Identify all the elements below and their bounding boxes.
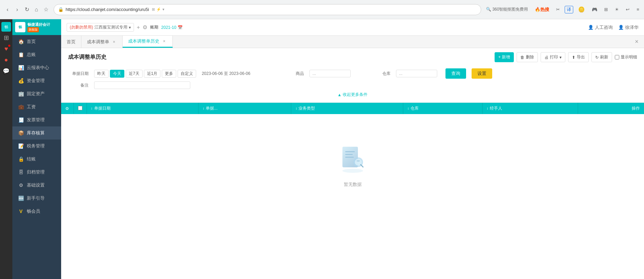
display-detail-checkbox[interactable]: 显示明细	[615, 54, 637, 60]
sidebar-item-inventory[interactable]: 📦 库存核算	[12, 126, 61, 140]
forward-button[interactable]: ›	[12, 5, 22, 14]
product-filter-label: 商品	[283, 71, 304, 77]
grid-btn[interactable]: ⊞	[602, 6, 610, 13]
th-checkbox[interactable]	[74, 103, 87, 114]
th-date[interactable]: ↕ 单据日期	[87, 103, 199, 114]
export-btn[interactable]: ⬆ 导出	[568, 52, 589, 62]
invoice-icon: 🧾	[18, 117, 24, 123]
svg-point-0	[342, 169, 363, 173]
collapse-label: 收起更多条件	[343, 92, 368, 98]
sidebar-logo[interactable]: 畅 畅捷通好会计 旗舰版	[12, 19, 61, 35]
select-all-checkbox[interactable]	[78, 106, 82, 110]
print-btn[interactable]: 🖨 打印 ▾	[541, 52, 565, 62]
refresh-btn[interactable]: ↻ 刷新	[591, 52, 612, 62]
browser-toolbar-right: 🔍 360智能抠图免费用 🔥热搜 ✂ 译 🪙 🎮 ⊞ ☀ ↩ ≡	[484, 5, 641, 13]
print-label: 打印	[550, 54, 558, 60]
menu-btn[interactable]: ≡	[634, 6, 641, 13]
back-button[interactable]: ‹	[3, 5, 12, 14]
wallet-btn[interactable]: 🪙	[576, 5, 587, 13]
date-btn-more[interactable]: 更多	[162, 70, 176, 78]
rail-item-active[interactable]: 畅	[1, 22, 11, 32]
th-warehouse[interactable]: ↕ 仓库	[403, 103, 482, 114]
sidebar-item-tax[interactable]: 📝 税务管理	[12, 140, 61, 153]
tab-cost-adjust-history-close[interactable]: ×	[161, 38, 167, 44]
sidebar-item-settings[interactable]: ⚙ 基础设置	[12, 179, 61, 192]
tab-cost-adjust-history[interactable]: 成本调整单历史 ×	[123, 36, 173, 48]
product-filter-select[interactable]: ...	[309, 70, 351, 77]
setup-btn[interactable]: 设置	[472, 68, 492, 79]
sidebar-item-funds[interactable]: 💰 资金管理	[12, 74, 61, 87]
sidebar-item-checkout[interactable]: 🔒 结账	[12, 153, 61, 166]
tab-cost-adjust-label: 成本调整单	[87, 39, 109, 45]
user-avatar-icon: 👤	[618, 25, 624, 30]
date-btn-1month[interactable]: 近1月	[144, 70, 161, 78]
sidebar-item-invoice[interactable]: 🧾 发票管理	[12, 113, 61, 126]
export-icon: ⬆	[572, 55, 575, 60]
member-icon: V	[18, 209, 24, 214]
rail-item-4[interactable]: 💬	[1, 66, 11, 76]
sidebar-item-home[interactable]: 🏠 首页	[12, 35, 61, 48]
date-btn-custom[interactable]: 自定义	[178, 70, 196, 78]
sidebar-item-archive[interactable]: 🗄 归档管理	[12, 166, 61, 179]
new-btn[interactable]: + 新增	[495, 52, 514, 62]
empty-image	[336, 142, 370, 176]
top-bar-right: 👤 人工咨询 👤 徐泽华	[588, 24, 639, 31]
home-button[interactable]: ⌂	[32, 5, 41, 14]
window-close-btn[interactable]: ×	[629, 38, 644, 45]
sort-icon-biz: ↕	[295, 107, 297, 110]
translate-btn[interactable]: 译	[565, 6, 573, 13]
display-detail-input[interactable]	[615, 55, 619, 59]
brightness-btn[interactable]: ☀	[613, 6, 621, 13]
sidebar-item-guide[interactable]: 🆕 新手引导	[12, 192, 61, 205]
settings-dot-icon[interactable]: ⚙	[143, 24, 147, 31]
tab-cost-adjust-close[interactable]: ×	[111, 39, 117, 45]
rail-item-notification[interactable]: ♥	[1, 44, 11, 54]
help-btn[interactable]: 👤 人工咨询	[588, 24, 613, 31]
tab-cost-adjust[interactable]: 成本调整单 ×	[81, 36, 123, 48]
delete-btn[interactable]: 🗑 删除	[517, 52, 538, 62]
query-btn[interactable]: 查询	[445, 68, 466, 79]
star-button[interactable]: ☆	[41, 5, 51, 14]
grid-icon: ⊞	[152, 7, 155, 12]
sidebar-item-salary[interactable]: 💼 工资	[12, 100, 61, 113]
hot-search-btn[interactable]: 🔥热搜	[533, 6, 551, 13]
remark-filter-input[interactable]	[94, 81, 190, 89]
top-bar-left: (勿删勿禁用) 江西服宝测试专用 ▾ + ⚙ 账期 2021-10 📅	[67, 23, 183, 32]
refresh-icon: ↻	[595, 55, 599, 60]
undo-btn[interactable]: ↩	[624, 6, 632, 13]
th-number[interactable]: ↕ 单据...	[199, 103, 291, 114]
help-label: 人工咨询	[595, 24, 613, 31]
sidebar-item-ledger[interactable]: 📋 总账	[12, 48, 61, 61]
browser-chrome: ‹ › ↻ ⌂ ☆ 🔒 https://cloud.chanjet.com/ac…	[0, 0, 644, 19]
sidebar-item-fixed-assets[interactable]: 🏢 固定资产	[12, 87, 61, 100]
user-info[interactable]: 👤 徐泽华	[618, 24, 639, 31]
funds-icon: 💰	[18, 78, 24, 83]
th-date-label: 单据日期	[94, 105, 111, 111]
date-filter-label: 单据日期	[68, 71, 89, 77]
tab-home[interactable]: 首页	[61, 36, 81, 48]
date-btn-7days[interactable]: 近7天	[126, 70, 143, 78]
logo-line1: 畅捷通好会计	[27, 22, 50, 27]
th-settings[interactable]: ⚙	[61, 103, 74, 114]
calendar-icon[interactable]: 📅	[178, 25, 183, 30]
sort-icon-number: ↕	[203, 107, 204, 110]
sidebar-label-salary: 工资	[27, 104, 36, 110]
game-btn[interactable]: 🎮	[590, 6, 599, 13]
sidebar-item-reports[interactable]: 📊 云报表中心	[12, 61, 61, 74]
rail-item-1[interactable]: ⊞	[1, 33, 11, 43]
warehouse-filter-select[interactable]: ...	[396, 70, 437, 77]
address-bar[interactable]: 🔒 https://cloud.chanjet.com/accounting/u…	[54, 4, 481, 15]
sidebar-item-member[interactable]: V 畅会员	[12, 205, 61, 218]
th-operator[interactable]: ↕ 经手人	[482, 103, 578, 114]
search-label[interactable]: 🔍 360智能抠图免费用	[484, 6, 530, 13]
date-btn-today[interactable]: 今天	[110, 70, 124, 78]
refresh-button[interactable]: ↻	[22, 5, 32, 14]
collapse-btn[interactable]: ▲ 收起更多条件	[338, 92, 368, 98]
rail-item-3[interactable]: ●	[1, 55, 11, 65]
account-selector[interactable]: (勿删勿禁用) 江西服宝测试专用 ▾	[67, 23, 134, 32]
svg-rect-3	[345, 151, 355, 152]
scissors-btn[interactable]: ✂	[554, 6, 562, 13]
date-btn-yesterday[interactable]: 昨天	[94, 70, 109, 78]
add-account-btn[interactable]: +	[137, 24, 140, 31]
th-biz-type[interactable]: ↕ 业务类型	[291, 103, 403, 114]
